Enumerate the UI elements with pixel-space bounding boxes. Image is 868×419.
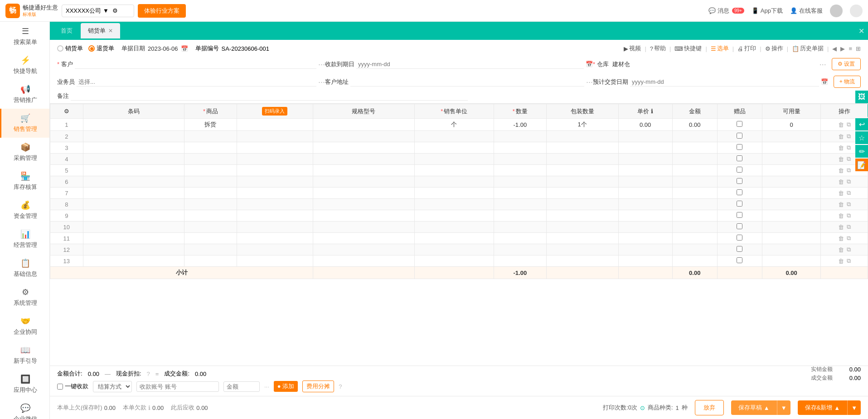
amount-input[interactable]: [223, 381, 260, 392]
cell-gift-7[interactable]: [717, 199, 762, 210]
delete-icon-5[interactable]: 🗑: [838, 178, 844, 185]
cell-barcode-2[interactable]: [83, 142, 184, 154]
company-selector[interactable]: XXXXXX公司 ▼ ⚙: [62, 5, 134, 17]
cell-spec-4[interactable]: [313, 165, 415, 176]
copy-icon-5[interactable]: ⧉: [847, 178, 851, 185]
print-btn[interactable]: 🖨 打印: [737, 44, 756, 53]
list-view-icon[interactable]: ≡: [849, 45, 852, 52]
expected-calendar-icon[interactable]: 📅: [821, 78, 828, 85]
one-click-checkbox[interactable]: [57, 384, 63, 390]
grid-view-icon[interactable]: ⊞: [856, 45, 861, 52]
cell-gift-10[interactable]: [717, 233, 762, 244]
cell-spec-10[interactable]: [313, 233, 415, 244]
sidebar-item-marketing[interactable]: 📢 营销推广: [0, 80, 49, 109]
product-type-radio[interactable]: ⊙: [640, 405, 645, 411]
cell-gift-5[interactable]: [717, 176, 762, 188]
cell-spec-9[interactable]: [313, 222, 415, 233]
copy-icon-2[interactable]: ⧉: [847, 144, 851, 151]
cell-spec-2[interactable]: [313, 142, 415, 154]
col-scan[interactable]: 扫码录入: [237, 104, 313, 119]
cell-spec-0[interactable]: [313, 119, 415, 131]
copy-icon-8[interactable]: ⧉: [847, 212, 851, 219]
delete-icon-2[interactable]: 🗑: [838, 144, 844, 151]
message-button[interactable]: 💬 消息 99+: [708, 7, 744, 15]
delete-icon-4[interactable]: 🗑: [838, 167, 844, 174]
save-draft-button[interactable]: 保存草稿 ▲: [731, 400, 777, 415]
sidebar-item-wechat[interactable]: 💬 企业微信: [0, 399, 49, 419]
cell-gift-8[interactable]: [717, 210, 762, 222]
sidebar-item-quicknav[interactable]: ⚡ 快捷导航: [0, 51, 49, 80]
delete-icon-7[interactable]: 🗑: [838, 201, 844, 208]
one-click-payment-checkbox[interactable]: 一键收款: [57, 382, 88, 390]
radio-return-order[interactable]: 退货单: [88, 44, 114, 53]
cell-barcode-10[interactable]: [83, 233, 184, 244]
delete-icon-3[interactable]: 🗑: [838, 156, 844, 163]
warehouse-dots-btn[interactable]: ···: [820, 60, 826, 68]
cell-gift-0[interactable]: [717, 119, 762, 131]
sidebar-item-operations[interactable]: 📊 经营管理: [0, 225, 49, 254]
account-input[interactable]: [136, 381, 219, 392]
radio-sales-order[interactable]: 销货单: [57, 44, 83, 53]
abandon-button[interactable]: 放弃: [695, 400, 724, 415]
remark-input[interactable]: [71, 92, 468, 101]
tab-sales-order[interactable]: 销货单 ✕: [81, 23, 120, 39]
operations-btn[interactable]: ⚙ 操作: [765, 44, 783, 53]
calendar-icon[interactable]: 📅: [181, 45, 188, 52]
shortcut-btn[interactable]: ⌨ 快捷键: [674, 44, 702, 53]
scan-button[interactable]: 扫码录入: [262, 107, 287, 116]
history-btn[interactable]: 📋 历史单据: [792, 44, 824, 53]
cell-gift-1[interactable]: [717, 131, 762, 142]
expense-split-button[interactable]: 费用分摊: [302, 380, 334, 392]
delete-icon-9[interactable]: 🗑: [838, 224, 844, 231]
cell-gift-2[interactable]: [717, 142, 762, 154]
delete-icon-1[interactable]: 🗑: [838, 133, 844, 140]
cell-barcode-0[interactable]: [83, 119, 184, 131]
help-btn[interactable]: ? 帮助: [650, 44, 666, 53]
cell-barcode-11[interactable]: [83, 244, 184, 255]
sidebar-item-purchase[interactable]: 📦 采购管理: [0, 138, 49, 167]
cell-barcode-3[interactable]: [83, 154, 184, 165]
sidebar-item-search[interactable]: ☰ 搜索菜单: [0, 22, 49, 51]
customer-dots-btn[interactable]: ···: [318, 60, 325, 68]
customer-addr-input[interactable]: [350, 77, 584, 87]
gear-icon[interactable]: ⚙: [112, 7, 118, 14]
delete-icon-10[interactable]: 🗑: [838, 235, 844, 242]
copy-icon-12[interactable]: ⧉: [847, 257, 851, 265]
cell-spec-12[interactable]: [313, 255, 415, 267]
float-item-6[interactable]: 📝: [855, 159, 868, 171]
sidebar-item-basic-info[interactable]: 📋 基础信息: [0, 254, 49, 283]
cell-spec-7[interactable]: [313, 199, 415, 210]
sidebar-item-finance[interactable]: 💰 资金管理: [0, 196, 49, 225]
col-settings[interactable]: ⚙: [50, 104, 83, 119]
copy-icon-1[interactable]: ⧉: [847, 133, 851, 140]
avatar-extra[interactable]: [850, 5, 863, 17]
copy-icon-11[interactable]: ⧉: [847, 246, 851, 253]
cell-spec-3[interactable]: [313, 154, 415, 165]
sidebar-item-sales[interactable]: 🛒 销售管理: [0, 109, 49, 138]
close-window-icon[interactable]: ✕: [858, 27, 864, 35]
delete-icon-8[interactable]: 🗑: [838, 212, 844, 219]
delete-icon-0[interactable]: 🗑: [838, 121, 844, 128]
tab-close-icon[interactable]: ✕: [108, 28, 113, 34]
discount-help-icon[interactable]: ?: [147, 371, 150, 377]
video-btn[interactable]: ▶ 视频: [624, 44, 641, 53]
copy-icon-4[interactable]: ⧉: [847, 167, 851, 174]
salesman-dots-btn[interactable]: ···: [318, 78, 325, 86]
cell-barcode-6[interactable]: [83, 188, 184, 199]
cell-spec-1[interactable]: [313, 131, 415, 142]
cell-gift-6[interactable]: [717, 188, 762, 199]
copy-icon-3[interactable]: ⧉: [847, 155, 851, 163]
copy-icon-10[interactable]: ⧉: [847, 235, 851, 242]
app-download-button[interactable]: 📱 App下载: [752, 7, 783, 15]
copy-icon-0[interactable]: ⧉: [847, 121, 851, 128]
trial-industry-button[interactable]: 体验行业方案: [138, 4, 186, 18]
save-draft-dropdown[interactable]: ▼: [777, 400, 790, 415]
sidebar-item-system[interactable]: ⚙ 系统管理: [0, 283, 49, 312]
sidebar-item-newbie[interactable]: 📖 新手引导: [0, 341, 49, 370]
prev-icon[interactable]: ◀: [832, 45, 837, 52]
online-service-button[interactable]: 👤 在线客服: [790, 7, 823, 15]
save-new-dropdown[interactable]: ▼: [847, 400, 861, 415]
payment-date-input[interactable]: [356, 60, 584, 69]
cell-barcode-12[interactable]: [83, 255, 184, 267]
add-payment-button[interactable]: ● 添加: [274, 381, 298, 392]
